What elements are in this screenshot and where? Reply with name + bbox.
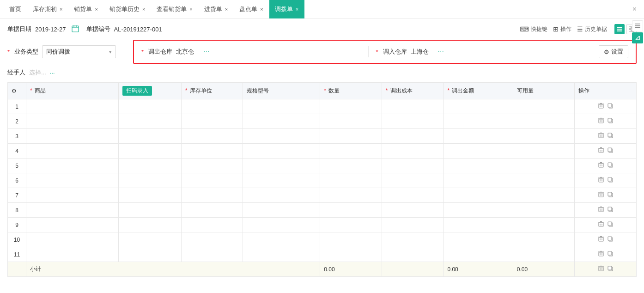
row-qty-1[interactable] [320, 99, 382, 114]
row-cost-10[interactable] [382, 232, 444, 247]
row-product-1[interactable] [26, 99, 119, 114]
row-product-4[interactable] [26, 144, 119, 159]
row-qty-10[interactable] [320, 232, 382, 247]
copy-row-icon-3[interactable] [607, 132, 614, 140]
copy-row-icon-11[interactable] [607, 250, 614, 258]
row-unit-3[interactable] [181, 129, 243, 144]
right-panel-expand-btn[interactable] [632, 32, 643, 43]
tab-home[interactable]: 首页 [4, 0, 27, 18]
row-amount-4[interactable] [444, 144, 513, 159]
row-qty-11[interactable] [320, 247, 382, 262]
row-unit-9[interactable] [181, 218, 243, 232]
row-unit-5[interactable] [181, 159, 243, 173]
row-qty-3[interactable] [320, 129, 382, 144]
delete-row-icon-10[interactable] [598, 236, 604, 244]
row-product-3[interactable] [26, 129, 119, 144]
copy-row-icon-4[interactable] [607, 147, 614, 155]
copy-row-icon-7[interactable] [607, 191, 614, 199]
business-type-select[interactable]: 同价调拨 ▾ [42, 45, 116, 58]
copy-row-icon-6[interactable] [607, 177, 614, 184]
tab-close-view-sales[interactable]: × [189, 6, 192, 12]
row-unit-10[interactable] [181, 232, 243, 247]
tab-close-purchase-order[interactable]: × [225, 6, 228, 12]
row-amount-8[interactable] [444, 203, 513, 218]
row-unit-1[interactable] [181, 99, 243, 114]
warehouse-out-more-btn[interactable]: ··· [203, 48, 209, 56]
delete-row-icon-2[interactable] [598, 117, 604, 125]
delete-row-icon-8[interactable] [598, 206, 604, 214]
row-cost-7[interactable] [382, 188, 444, 203]
row-cost-3[interactable] [382, 129, 444, 144]
tab-close-inventory-init[interactable]: × [60, 6, 62, 12]
row-amount-7[interactable] [444, 188, 513, 203]
tab-transfer-order[interactable]: 调拨单 × [269, 0, 304, 18]
scan-barcode-btn[interactable]: 扫码录入 [122, 86, 152, 96]
row-product-10[interactable] [26, 232, 119, 247]
row-cost-2[interactable] [382, 114, 444, 129]
row-amount-2[interactable] [444, 114, 513, 129]
delete-row-icon-5[interactable] [598, 162, 604, 170]
copy-row-icon-5[interactable] [607, 162, 614, 170]
row-qty-7[interactable] [320, 188, 382, 203]
copy-row-icon-10[interactable] [607, 236, 614, 244]
row-unit-7[interactable] [181, 188, 243, 203]
row-cost-11[interactable] [382, 247, 444, 262]
tab-close-sales-history[interactable]: × [142, 6, 145, 12]
row-product-7[interactable] [26, 188, 119, 203]
row-spec-8[interactable] [243, 203, 320, 218]
tab-sales-order[interactable]: 销货单 × [68, 0, 103, 18]
row-cost-8[interactable] [382, 203, 444, 218]
row-cost-4[interactable] [382, 144, 444, 159]
delete-row-icon-7[interactable] [598, 191, 604, 199]
row-spec-11[interactable] [243, 247, 320, 262]
calendar-icon[interactable] [72, 25, 79, 34]
delete-row-icon-1[interactable] [598, 103, 604, 110]
row-spec-2[interactable] [243, 114, 320, 129]
handler-more-btn[interactable]: ··· [50, 69, 55, 76]
copy-row-icon-2[interactable] [607, 117, 614, 125]
row-amount-5[interactable] [444, 159, 513, 173]
row-spec-5[interactable] [243, 159, 320, 173]
row-amount-1[interactable] [444, 99, 513, 114]
row-spec-6[interactable] [243, 173, 320, 188]
copy-row-icon-8[interactable] [607, 206, 614, 214]
subtotal-delete-icon[interactable] [598, 265, 604, 273]
tab-close-sales-order[interactable]: × [95, 6, 97, 12]
row-qty-8[interactable] [320, 203, 382, 218]
row-product-5[interactable] [26, 159, 119, 173]
delete-row-icon-6[interactable] [598, 177, 604, 184]
col-settings-header[interactable]: ⚙ [8, 83, 26, 99]
operations-btn[interactable]: ⊞ 操作 [553, 25, 571, 33]
tab-inventory-init[interactable]: 库存期初 × [27, 0, 68, 18]
row-qty-2[interactable] [320, 114, 382, 129]
row-amount-9[interactable] [444, 218, 513, 232]
row-amount-10[interactable] [444, 232, 513, 247]
delete-row-icon-9[interactable] [598, 221, 604, 229]
tab-bar-close-btn[interactable]: × [629, 3, 640, 15]
row-spec-9[interactable] [243, 218, 320, 232]
row-product-11[interactable] [26, 247, 119, 262]
settings-button[interactable]: ⚙ 设置 [599, 45, 628, 58]
row-cost-6[interactable] [382, 173, 444, 188]
copy-row-icon-1[interactable] [607, 103, 614, 110]
row-spec-3[interactable] [243, 129, 320, 144]
row-unit-2[interactable] [181, 114, 243, 129]
row-spec-10[interactable] [243, 232, 320, 247]
row-unit-8[interactable] [181, 203, 243, 218]
delete-row-icon-11[interactable] [598, 250, 604, 258]
tab-view-sales[interactable]: 查看销货单 × [151, 0, 198, 18]
row-qty-6[interactable] [320, 173, 382, 188]
row-unit-6[interactable] [181, 173, 243, 188]
history-btn[interactable]: ☰ 历史单据 [577, 25, 607, 33]
handler-input[interactable]: 选择... [29, 68, 46, 77]
copy-row-icon-9[interactable] [607, 221, 614, 229]
tab-close-inventory-check[interactable]: × [260, 6, 263, 12]
table-settings-icon[interactable]: ⚙ [12, 88, 17, 94]
row-unit-11[interactable] [181, 247, 243, 262]
row-qty-5[interactable] [320, 159, 382, 173]
row-cost-5[interactable] [382, 159, 444, 173]
row-spec-1[interactable] [243, 99, 320, 114]
layout-btn-1[interactable] [614, 24, 625, 34]
row-cost-1[interactable] [382, 99, 444, 114]
row-unit-4[interactable] [181, 144, 243, 159]
